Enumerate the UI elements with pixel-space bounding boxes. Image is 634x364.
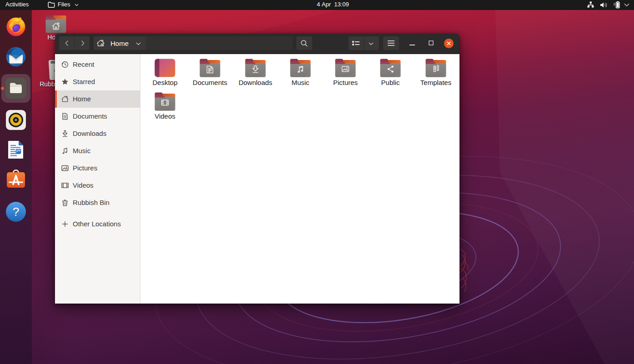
svg-text:?: ? — [13, 205, 19, 219]
